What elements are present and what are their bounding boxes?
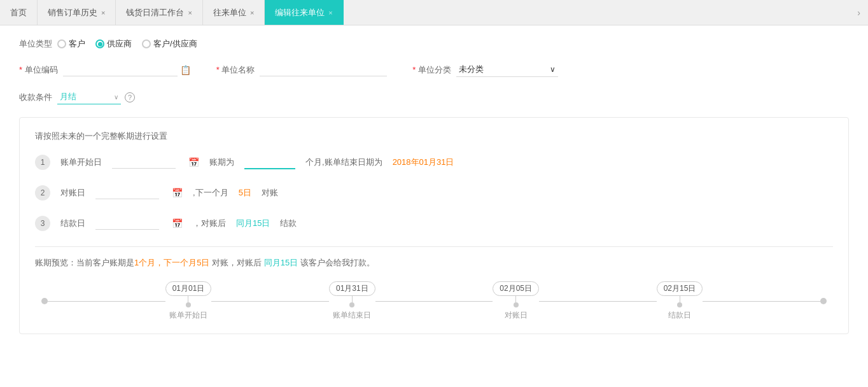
step-3-suffix: 结款 (280, 218, 297, 229)
tab-cashflow-close[interactable]: × (188, 9, 192, 17)
payment-terms-arrow-icon: ∨ (114, 94, 118, 101)
unit-category-arrow-icon: ∨ (550, 65, 556, 74)
step-2-num: 2 (35, 185, 50, 201)
timeline-right-dot (820, 298, 827, 304)
timeline-node-4-line (680, 296, 680, 302)
step-1-end-date: 2018年01月31日 (393, 157, 454, 168)
step-3-row: 3 结款日 2018-02-15 📅 ，对账后 同月15日 结款 (35, 216, 833, 231)
tab-partner[interactable]: 往来单位 × (203, 0, 265, 25)
tab-partner-label: 往来单位 (213, 7, 246, 18)
step-1-num: 1 (35, 155, 50, 170)
step-1-row: 1 账单开始日 2018-01-01 📅 账期为 1 个月,账单结束日期为 20… (35, 155, 833, 170)
step-3-calendar-icon[interactable]: 📅 (172, 218, 183, 229)
step-2-row: 2 对账日 2018-02-05 📅 ,下一个月5日 对账 (35, 185, 833, 201)
step-1-suffix-before: 账期为 (209, 157, 234, 168)
step-3-highlight: 同月15日 (236, 218, 270, 229)
timeline-node-2-dot (349, 302, 354, 307)
main-content: 单位类型 客户 供应商 客户/供应商 单位编码 000001 (0, 25, 868, 387)
tabs-scroll-arrow[interactable]: › (850, 8, 868, 18)
timeline-node-1-label: 账单开始日 (169, 310, 207, 321)
timeline-node-1-dot (186, 302, 191, 307)
step-2-calendar-icon[interactable]: 📅 (172, 188, 183, 198)
step-1-suffix-after: 个月,账单结束日期为 (305, 157, 382, 168)
tab-edit-partner-label: 编辑往来单位 (275, 7, 325, 18)
timeline-node-4-badge: 02月15日 (657, 281, 703, 296)
step-2-date-input[interactable]: 2018-02-05 (95, 186, 159, 199)
unit-type-row: 单位类型 客户 供应商 客户/供应商 (19, 38, 849, 50)
tab-cashflow[interactable]: 钱货日清工作台 × (116, 0, 202, 25)
tab-edit-partner-close[interactable]: × (328, 9, 332, 17)
preview-end-highlight: 同月15日 (264, 258, 298, 267)
tab-order-history[interactable]: 销售订单历史 × (38, 0, 116, 25)
radio-both-circle (142, 39, 151, 48)
radio-customer[interactable]: 客户 (57, 38, 85, 50)
step-2-label: 对账日 (60, 187, 85, 199)
tabs-bar: 首页 销售订单历史 × 钱货日清工作台 × 往来单位 × 编辑往来单位 × › (0, 0, 868, 25)
payment-terms-row: 收款条件 月结 ∨ ? (19, 90, 849, 104)
preview-middle: 下一个月5日 (164, 258, 209, 267)
preview-text: 账期预览：当前客户账期是1个月，下一个月5日 对账，对账后 同月15日 该客户会… (35, 257, 833, 269)
timeline-node-3-dot (514, 302, 519, 307)
payment-terms-field: 收款条件 月结 ∨ ? (19, 90, 135, 104)
timeline-node-4-dot (677, 302, 682, 307)
unit-code-copy-icon[interactable]: 📋 (180, 65, 191, 75)
unit-code-input[interactable]: 000001 (63, 64, 178, 76)
timeline-node-2: 01月31日 账单结束日 (329, 281, 375, 321)
timeline-node-4: 02月15日 结款日 (657, 281, 703, 321)
timeline-seg-3 (539, 301, 657, 302)
payment-terms-label: 收款条件 (19, 92, 52, 103)
timeline-seg-2 (375, 301, 493, 302)
step-3-date-input[interactable]: 2018-02-15 (95, 217, 159, 230)
radio-customer-label: 客户 (69, 38, 85, 50)
unit-code-label: 单位编码 (19, 64, 58, 76)
timeline-seg-1 (211, 301, 329, 302)
tab-cashflow-label: 钱货日清工作台 (126, 7, 184, 18)
radio-both[interactable]: 客户/供应商 (142, 38, 197, 50)
timeline: 01月01日 账单开始日 01月31日 账单结束日 02月05日 (35, 281, 833, 321)
unit-type-radio-group: 客户 供应商 客户/供应商 (57, 38, 197, 50)
unit-category-dropdown[interactable]: 未分类 ∨ (456, 62, 558, 77)
tab-home-label: 首页 (10, 7, 27, 18)
radio-supplier-label: 供应商 (107, 38, 132, 50)
preview-prefix: 账期预览：当前客户账期是 (35, 258, 134, 267)
preview-middle2: 对账，对账后 (209, 258, 263, 267)
unit-category-field: 单位分类 未分类 ∨ (412, 62, 558, 77)
timeline-node-2-label: 账单结束日 (333, 310, 371, 321)
timeline-node-1: 01月01日 账单开始日 (165, 281, 212, 321)
timeline-node-3-line (515, 296, 516, 302)
payment-terms-help-icon[interactable]: ? (125, 92, 135, 102)
unit-name-input[interactable]: 河南供应商22 (260, 64, 387, 76)
step-1-date-input[interactable]: 2018-01-01 (112, 156, 176, 169)
timeline-left-dot (41, 298, 48, 304)
tab-partner-close[interactable]: × (250, 9, 254, 17)
panel-description: 请按照未来的一个完整帐期进行设置 (35, 130, 833, 142)
timeline-node-1-badge: 01月01日 (165, 281, 212, 296)
period-months-input[interactable]: 1 (244, 156, 295, 169)
timeline-node-3-label: 对账日 (505, 310, 528, 321)
unit-info-row: 单位编码 000001 📋 单位名称 河南供应商22 单位分类 未分类 ∨ (19, 62, 849, 77)
preview-section: 账期预览：当前客户账期是1个月，下一个月5日 对账，对账后 同月15日 该客户会… (35, 246, 833, 321)
unit-name-field: 单位名称 河南供应商22 (216, 64, 388, 76)
settings-panel: 请按照未来的一个完整帐期进行设置 1 账单开始日 2018-01-01 📅 账期… (19, 117, 849, 334)
step-1-label: 账单开始日 (60, 157, 102, 168)
step-1-calendar-icon[interactable]: 📅 (188, 157, 199, 167)
radio-supplier[interactable]: 供应商 (95, 38, 132, 50)
radio-both-label: 客户/供应商 (153, 38, 197, 50)
timeline-node-2-badge: 01月31日 (329, 281, 375, 296)
timeline-node-3-badge: 02月05日 (493, 281, 539, 296)
unit-category-value: 未分类 (459, 64, 550, 75)
tab-home[interactable]: 首页 (0, 0, 38, 25)
step-2-highlight: 5日 (239, 187, 251, 199)
unit-category-label: 单位分类 (412, 64, 451, 76)
tab-edit-partner[interactable]: 编辑往来单位 × (265, 0, 343, 25)
timeline-seg-4 (703, 301, 820, 302)
timeline-node-3: 02月05日 对账日 (493, 281, 539, 321)
tab-order-history-close[interactable]: × (101, 9, 105, 17)
radio-customer-circle (57, 39, 66, 48)
step-3-prefix: ，对账后 (193, 218, 226, 229)
timeline-node-4-label: 结款日 (668, 310, 691, 321)
payment-terms-dropdown[interactable]: 月结 ∨ (57, 90, 121, 104)
unit-name-label: 单位名称 (216, 64, 255, 76)
step-2-suffix: 对账 (262, 187, 278, 199)
step-3-num: 3 (35, 216, 50, 231)
